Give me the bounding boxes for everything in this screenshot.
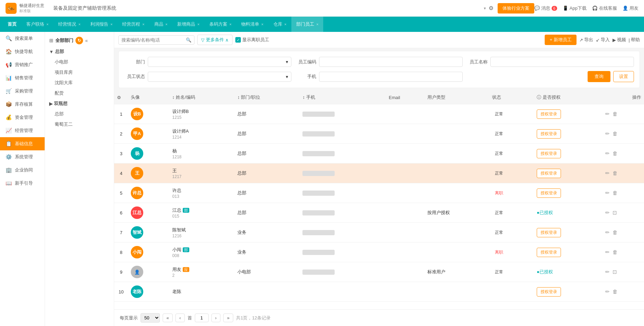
dept-item-shenyang[interactable]: 沈阳大库 <box>45 78 114 88</box>
dropdown-arrow[interactable]: ▾ <box>484 6 486 11</box>
filter-search-box[interactable]: 🔍 <box>118 35 194 45</box>
tab-goods[interactable]: 商品 × <box>149 17 172 32</box>
message-label: 消息 <box>541 5 550 11</box>
sidebar-item-enterprise[interactable]: 🏢 企业协同 <box>0 164 45 177</box>
tab-warehouse[interactable]: 仓库 × <box>269 17 291 32</box>
tab-dept-emp[interactable]: 部门员工 × <box>291 17 323 32</box>
sidebar-item-shortcut[interactable]: 🏠 快捷导航 <box>0 45 45 58</box>
edit-icon[interactable]: ✏ <box>605 289 610 295</box>
edit-icon[interactable]: ✏ <box>605 210 610 216</box>
dept-item-kuifang[interactable]: 项目库房 <box>45 67 114 78</box>
tab-profit[interactable]: 利润报告 × <box>85 17 117 32</box>
dept-item-peihuo[interactable]: 配货 <box>45 88 114 98</box>
delete-icon[interactable]: 🗑 <box>613 229 618 236</box>
row-actions: ✏ 🗑 <box>602 282 644 302</box>
sidebar-item-ops[interactable]: 📈 经营管理 <box>0 124 45 137</box>
sidebar-item-finance[interactable]: 💰 资金管理 <box>0 111 45 124</box>
edit-icon[interactable]: ✏ <box>605 170 610 176</box>
emp-name-input[interactable] <box>490 57 634 67</box>
tab-operations[interactable]: 经营情况 × <box>53 17 85 32</box>
emp-status-select[interactable]: ▾ <box>148 72 291 82</box>
delete-icon[interactable]: 🗑 <box>613 131 618 137</box>
sidebar-item-basic[interactable]: 📋 基础信息 <box>0 137 45 150</box>
auth-login-btn[interactable]: 授权登录 <box>537 169 561 178</box>
sidebar-item-inventory[interactable]: 📦 库存核算 <box>0 98 45 111</box>
user-menu-btn[interactable]: 👤 用友 <box>623 5 638 11</box>
query-btn[interactable]: 查询 <box>588 71 610 82</box>
delete-icon[interactable]: 🗑 <box>613 190 618 196</box>
col-phone[interactable]: ↕ 手机 <box>300 91 386 104</box>
auth-login-btn[interactable]: 授权登录 <box>537 248 561 257</box>
sidebar-item-system[interactable]: ⚙️ 系统管理 <box>0 150 45 164</box>
view-btn[interactable]: ▶ 视频 <box>613 37 626 43</box>
row-status: 正常 <box>489 104 534 124</box>
delete-icon[interactable]: 🗑 <box>613 289 618 295</box>
col-name[interactable]: ↕ 姓名/编码 <box>170 91 235 104</box>
edit-icon[interactable]: ✏ <box>605 131 610 137</box>
more-filter-btn[interactable]: ▽ 更多条件 ∧ <box>197 35 233 45</box>
set-btn[interactable]: 设置 <box>613 71 634 82</box>
auth-login-btn[interactable]: 授权登录 <box>537 149 561 158</box>
per-page-select[interactable]: 50 100 <box>140 313 160 323</box>
help-btn[interactable]: | 帮助 <box>629 37 640 43</box>
dept-item-zongbu2[interactable]: 总部 <box>45 109 114 119</box>
phone-input[interactable] <box>319 72 463 82</box>
add-emp-btn[interactable]: + 新增员工 <box>545 35 576 45</box>
page-input[interactable] <box>195 314 209 322</box>
search-input[interactable] <box>121 37 184 43</box>
edit-icon[interactable]: ✏ <box>605 229 610 236</box>
auth-login-btn[interactable]: 授权登录 <box>537 188 561 198</box>
auth-login-btn[interactable]: 授权登录 <box>537 228 561 237</box>
message-btn[interactable]: 💬 消息 6 <box>534 5 557 11</box>
sidebar-item-sales[interactable]: 📊 销售管理 <box>0 71 45 85</box>
col-settings[interactable]: ⚙ <box>114 91 128 104</box>
dept-item-zongbu[interactable]: ▼ 总部 <box>45 46 114 57</box>
show-resigned-toggle[interactable]: ✓ 显示离职员工 <box>235 37 269 43</box>
delete-icon[interactable]: 🗑 <box>613 111 618 117</box>
dept-item-putao[interactable]: 葡萄王二 <box>45 119 114 130</box>
row-index: 1 <box>114 104 128 124</box>
last-page-btn[interactable]: » <box>223 314 233 322</box>
delete-icon[interactable]: 🗑 <box>613 249 618 255</box>
auth-login-btn[interactable]: 授权登录 <box>537 129 561 139</box>
dept-select[interactable]: ▾ <box>148 57 291 67</box>
emp-code-input[interactable] <box>319 57 463 67</box>
tab-customer[interactable]: 客户联络 × <box>21 17 53 32</box>
delete-icon[interactable]: 🗑 <box>613 150 618 157</box>
col-dept[interactable]: ↕ 部门/职位 <box>235 91 300 104</box>
prev-page-btn[interactable]: ‹ <box>175 314 184 322</box>
gear-icon[interactable]: ⚙ <box>489 5 493 11</box>
dept-item-xiaodian[interactable]: 小电部 <box>45 57 114 67</box>
app-download-btn[interactable]: 📱 App下载 <box>563 5 587 11</box>
trial-btn[interactable]: 体验行业方案 <box>498 3 534 14</box>
sidebar-item-guide[interactable]: 📖 新手引导 <box>0 177 45 190</box>
online-service-btn[interactable]: 🎧 在线客服 <box>592 5 617 11</box>
auth-login-btn[interactable]: 授权登录 <box>537 109 561 119</box>
tab-barcode[interactable]: 条码方案 × <box>205 17 236 32</box>
auth-login-btn[interactable]: 授权登录 <box>537 287 561 297</box>
sidebar-item-purchase[interactable]: 🛒 采购管理 <box>0 85 45 98</box>
dept-collapse-btn[interactable]: « <box>85 38 88 43</box>
dept-item-shuangping[interactable]: ▶ 双瓶想 <box>45 98 114 109</box>
next-page-btn[interactable]: › <box>211 314 220 322</box>
import-btn[interactable]: ↙ 导入 <box>596 37 610 43</box>
edit-icon[interactable]: ✏ <box>605 269 610 275</box>
export-btn[interactable]: ↗ 导出 <box>579 37 593 43</box>
edit-icon[interactable]: ✏ <box>605 111 610 117</box>
edit-icon[interactable]: ✏ <box>605 249 610 255</box>
row-phone: ██████████ <box>300 183 386 203</box>
tab-new-goods[interactable]: 新增商品 × <box>172 17 204 32</box>
sidebar-item-marketing[interactable]: 📢 营销推广 <box>0 58 45 71</box>
tab-bom[interactable]: 物料清单 × <box>236 17 268 32</box>
first-page-btn[interactable]: « <box>163 314 173 322</box>
dept-refresh-btn[interactable]: ↻ <box>75 37 83 44</box>
copy-icon[interactable]: ⊡ <box>613 210 617 216</box>
sidebar-item-search[interactable]: 🔍 搜索菜单 <box>0 32 45 45</box>
delete-icon[interactable]: 🗑 <box>613 170 618 176</box>
edit-icon[interactable]: ✏ <box>605 150 610 157</box>
row-phone <box>300 282 386 302</box>
tab-history[interactable]: 经营历程 × <box>117 17 149 32</box>
edit-icon[interactable]: ✏ <box>605 190 610 196</box>
copy-icon[interactable]: ⊡ <box>613 269 617 275</box>
tab-home[interactable]: 首页 <box>3 17 21 32</box>
